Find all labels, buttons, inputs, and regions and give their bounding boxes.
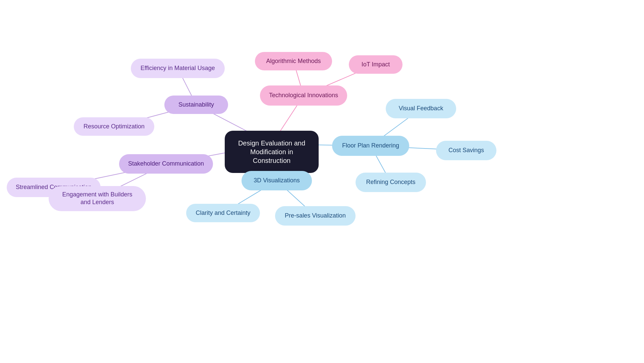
- sustainability-label: Sustainability: [178, 101, 214, 109]
- presales-visualization-label: Pre-sales Visualization: [285, 212, 346, 220]
- technological-innovations-node: Technological Innovations: [260, 85, 347, 106]
- center-label: Design Evaluation and Modification in Co…: [235, 139, 308, 165]
- center-node: Design Evaluation and Modification in Co…: [225, 131, 319, 173]
- efficiency-material-usage-label: Efficiency in Material Usage: [141, 64, 215, 72]
- engagement-builders-label: Engagement with Builders and Lenders: [57, 191, 138, 206]
- iot-impact-node: IoT Impact: [349, 55, 402, 74]
- refining-concepts-label: Refining Concepts: [366, 178, 415, 186]
- stakeholder-communication-node: Stakeholder Communication: [119, 154, 213, 174]
- refining-concepts-node: Refining Concepts: [356, 173, 426, 192]
- 3d-visualizations-label: 3D Visualizations: [254, 177, 300, 184]
- iot-impact-label: IoT Impact: [362, 61, 390, 68]
- efficiency-material-usage-node: Efficiency in Material Usage: [131, 59, 225, 78]
- stakeholder-communication-label: Stakeholder Communication: [128, 160, 204, 168]
- clarity-certainty-node: Clarity and Certainty: [186, 204, 260, 222]
- algorithmic-methods-node: Algorithmic Methods: [255, 52, 332, 70]
- algorithmic-methods-label: Algorithmic Methods: [266, 57, 321, 65]
- resource-optimization-label: Resource Optimization: [84, 123, 145, 130]
- engagement-builders-node: Engagement with Builders and Lenders: [49, 186, 146, 211]
- floor-plan-rendering-label: Floor Plan Rendering: [342, 142, 399, 149]
- cost-savings-node: Cost Savings: [436, 141, 496, 160]
- clarity-certainty-label: Clarity and Certainty: [196, 209, 250, 217]
- resource-optimization-node: Resource Optimization: [74, 117, 154, 136]
- floor-plan-rendering-node: Floor Plan Rendering: [332, 136, 409, 156]
- cost-savings-label: Cost Savings: [448, 146, 484, 154]
- visual-feedback-label: Visual Feedback: [399, 105, 443, 112]
- sustainability-node: Sustainability: [164, 96, 228, 114]
- visual-feedback-node: Visual Feedback: [386, 99, 456, 118]
- technological-innovations-label: Technological Innovations: [269, 92, 338, 99]
- presales-visualization-node: Pre-sales Visualization: [275, 206, 356, 226]
- 3d-visualizations-node: 3D Visualizations: [241, 171, 312, 190]
